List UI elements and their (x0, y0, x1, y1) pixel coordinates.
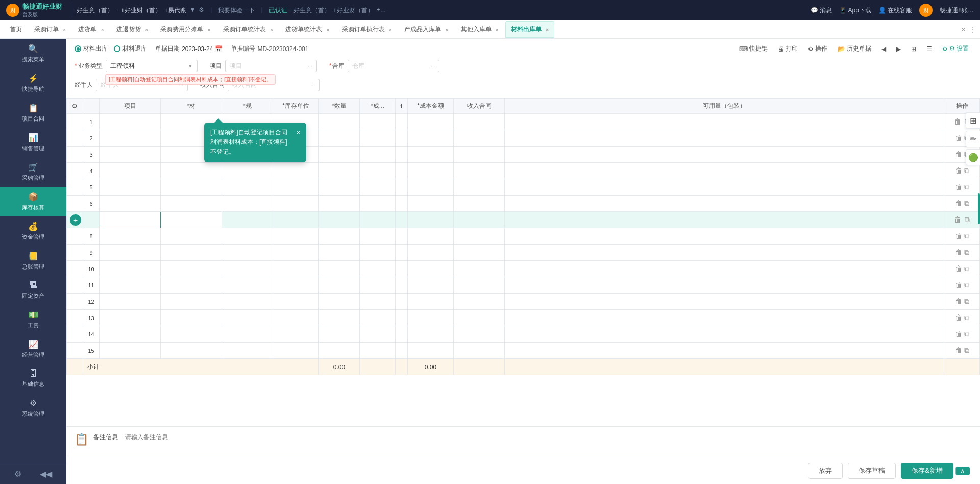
delete-icon[interactable]: 🗑 (954, 329, 963, 339)
tab-close-goods-stats[interactable]: × (326, 27, 329, 33)
sidebar-item-inventory[interactable]: 📦 库存核算 (0, 187, 66, 216)
row-project-1[interactable] (100, 114, 161, 130)
th-cost-info[interactable]: ℹ (396, 99, 408, 114)
copy-icon[interactable]: ⧉ (963, 231, 970, 241)
th-spec[interactable]: *规 (222, 99, 273, 114)
tab-goods-stats[interactable]: 进货单统计表 × (280, 21, 335, 38)
radio-material-out[interactable]: 材料出库 (75, 44, 108, 53)
copy-icon[interactable]: ⧉ (963, 182, 970, 192)
copy-icon[interactable]: ⧉ (963, 296, 970, 306)
nav-good-biz[interactable]: 好生意（首） (77, 6, 113, 15)
row-revenue-1[interactable] (454, 114, 505, 130)
sidebar-item-finance[interactable]: 💰 资金管理 (0, 216, 66, 246)
next-btn[interactable]: ▶ (893, 44, 904, 54)
delete-icon[interactable]: 🗑 (954, 165, 963, 176)
row-qty-1[interactable] (319, 114, 360, 130)
th-cost-amount[interactable]: *成本金额 (408, 99, 454, 114)
delete-icon[interactable]: 🗑 (954, 296, 963, 306)
nav-plus-good[interactable]: +好业财（首） (121, 6, 161, 15)
save-new-button[interactable]: 保存&新增 (901, 463, 953, 479)
tab-close-all[interactable]: × (961, 25, 966, 34)
copy-icon[interactable]: ⧉ (963, 198, 970, 208)
tab-close-purchase-stats[interactable]: × (270, 27, 273, 33)
discard-button[interactable]: 放弃 (808, 463, 843, 479)
tab-home[interactable]: 首页 (4, 21, 28, 38)
delete-icon-1[interactable]: 🗑 (953, 116, 962, 127)
th-revenue-contract[interactable]: 收入合同 (454, 99, 505, 114)
delete-icon[interactable]: 🗑 (954, 263, 963, 274)
date-value[interactable]: 2023-03-24 (182, 45, 213, 53)
list-view-btn[interactable]: ☰ (923, 44, 935, 54)
nav-easy-acc[interactable]: +易代账 (164, 6, 186, 15)
operation-btn[interactable]: ⚙ 操作 (805, 43, 830, 55)
th-cost[interactable]: *成... (360, 99, 396, 114)
tab-goods-in[interactable]: 进货单 × (72, 21, 109, 38)
history-btn[interactable]: 📂 历史单据 (835, 43, 874, 55)
sidebar-item-purchase[interactable]: 🛒 采购管理 (0, 157, 66, 187)
sidebar-item-management[interactable]: 📈 经营管理 (0, 334, 66, 364)
tab-close-material-out[interactable]: × (546, 27, 549, 33)
delete-icon[interactable]: 🗑 (954, 280, 963, 290)
user-avatar[interactable]: 财 (919, 4, 933, 17)
save-new-arrow-button[interactable]: ∧ (955, 467, 970, 475)
tab-close-goods-return[interactable]: × (145, 27, 148, 33)
sidebar-item-project[interactable]: 📋 项目合同 (0, 98, 66, 128)
sidebar-item-fixed-assets[interactable]: 🏗 固定资产 (0, 276, 66, 305)
delete-icon[interactable]: 🗑 (954, 198, 963, 208)
th-quantity[interactable]: *数量 (319, 99, 360, 114)
sidebar-item-sales[interactable]: 📊 销售管理 (0, 128, 66, 157)
add-row-btn[interactable]: + (70, 214, 81, 226)
th-available[interactable]: 可用量（包装） (505, 99, 944, 114)
tab-purchase-order[interactable]: 采购订单 × (29, 21, 71, 38)
nav-certified[interactable]: 已认证 (269, 6, 287, 15)
print-btn[interactable]: 🖨 打印 (775, 43, 801, 55)
sidebar-collapse-btn[interactable]: ◀◀ (40, 469, 52, 479)
prev-btn[interactable]: ◀ (878, 44, 889, 54)
tab-close-product-in[interactable]: × (445, 27, 448, 33)
delete-icon[interactable]: 🗑 (954, 182, 963, 192)
copy-icon[interactable]: ⧉ (963, 280, 970, 290)
copy-icon[interactable]: ⧉ (963, 165, 970, 176)
sidebar-item-quicknav[interactable]: ⚡ 快捷导航 (0, 68, 66, 98)
tab-other-in[interactable]: 其他入库单 × (455, 21, 504, 38)
doc-value[interactable]: MD-20230324-001 (257, 45, 308, 53)
warehouse-select[interactable]: 仓库 ··· (348, 60, 439, 72)
delete-icon[interactable]: 🗑 (954, 345, 963, 355)
row-cost-amount-1[interactable] (408, 114, 454, 130)
row-available-1[interactable] (505, 114, 944, 130)
online-service-btn[interactable]: 👤 在线客服 (878, 6, 912, 15)
tab-close-purchase-expense[interactable]: × (207, 27, 210, 33)
nav-dropdown[interactable]: ▼ (189, 6, 195, 15)
radio-material-return[interactable]: 材料退库 (114, 44, 147, 53)
delete-icon[interactable]: 🗑 (954, 149, 963, 159)
copy-icon[interactable]: ⧉ (963, 345, 970, 355)
settings-btn[interactable]: ⚙ ⚙ 设置 (939, 43, 972, 55)
tab-goods-return[interactable]: 进退货货 × (111, 21, 154, 38)
delete-icon[interactable]: 🗑 (954, 312, 963, 323)
sidebar-item-base-info[interactable]: 🗄 基础信息 (0, 364, 66, 393)
copy-icon[interactable]: ⧉ (963, 247, 970, 257)
tab-purchase-stats[interactable]: 采购订单统计表 × (217, 21, 279, 38)
sidebar-item-search[interactable]: 🔍 搜索菜单 (0, 39, 66, 68)
th-material[interactable]: *材 (161, 99, 222, 114)
tab-purchase-expense[interactable]: 采购费用分摊单 × (155, 21, 216, 38)
tab-product-in[interactable]: 产成品入库单 × (399, 21, 454, 38)
th-settings[interactable]: ⚙ (67, 99, 83, 114)
copy-icon[interactable]: ⧉ (963, 329, 970, 339)
right-icon-3[interactable]: 🟢 (966, 149, 980, 165)
th-project[interactable]: 项目 (100, 99, 161, 114)
project-select[interactable]: 项目 ··· (225, 60, 317, 72)
right-icon-1[interactable]: ⊞ (966, 112, 980, 129)
tab-close-other-in[interactable]: × (496, 27, 499, 33)
grid-view-btn[interactable]: ⊞ (908, 44, 919, 54)
copy-icon[interactable]: ⧉ (963, 263, 970, 274)
shortcut-btn[interactable]: ⌨ 快捷键 (736, 43, 771, 55)
tab-close-purchase-exec[interactable]: × (389, 27, 392, 33)
delete-icon[interactable]: 🗑 (954, 247, 963, 257)
notes-input[interactable] (123, 431, 972, 449)
delete-icon-active[interactable]: 🗑 (953, 214, 962, 225)
row-cost-1[interactable] (360, 114, 396, 130)
sidebar-settings-btn[interactable]: ⚙ (14, 469, 21, 479)
nav-settings[interactable]: ⚙ (199, 6, 204, 15)
tab-more[interactable]: ⋮ (970, 26, 976, 33)
